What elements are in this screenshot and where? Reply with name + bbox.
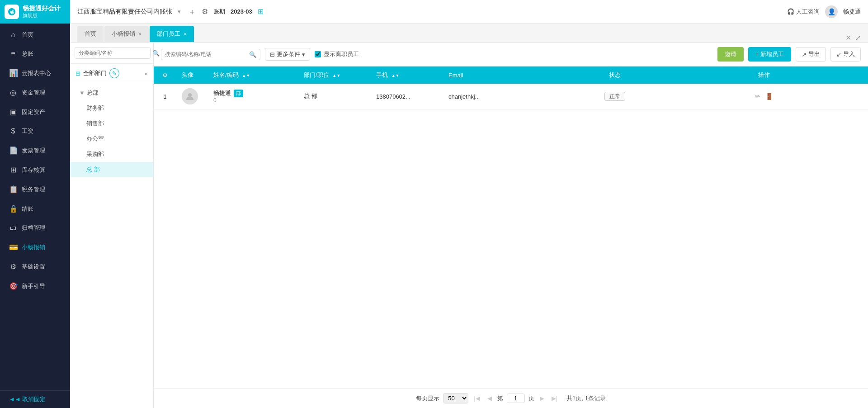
filter-label: 更多条件 — [277, 50, 300, 58]
sidebar-item-funds[interactable]: ◎ 资金管理 — [0, 83, 70, 102]
dept-sort-icon[interactable]: ▲▼ — [332, 73, 340, 78]
tax-icon: 📋 — [9, 185, 17, 194]
window-maximize-icon[interactable]: ⤢ — [855, 33, 861, 42]
company-dropdown-icon[interactable]: ▾ — [178, 8, 181, 15]
col-avatar: 头像 — [176, 66, 208, 84]
svg-point-2 — [188, 93, 192, 97]
close-module-icon: 🔒 — [9, 204, 17, 213]
add-employee-label: + 新增员工 — [755, 50, 784, 58]
employee-search-icon[interactable]: 🔍 — [249, 51, 256, 58]
invite-button[interactable]: 邀请 — [717, 47, 744, 62]
ledger-icon: ≡ — [9, 50, 17, 58]
page-number-input[interactable] — [507, 394, 525, 403]
sidebar-item-ledger[interactable]: ≡ 总账 — [0, 44, 70, 63]
sidebar-item-salary[interactable]: $ 工资 — [0, 122, 70, 141]
edit-employee-button[interactable]: ✏ — [755, 93, 760, 100]
dept-grid-icon: ⊞ — [75, 70, 80, 77]
salary-icon: $ — [9, 127, 17, 135]
customer-service-button[interactable]: 🎧 人工咨询 — [787, 8, 820, 16]
tabbar: 首页 小畅报销 × 部门员工 × ✕ ⤢ — [70, 24, 868, 43]
tab-xiaochang[interactable]: 小畅报销 × — [104, 26, 149, 42]
col-phone[interactable]: 手机 ▲▼ — [371, 66, 443, 84]
sidebar-nav: ⌂ 首页 ≡ 总账 📊 云报表中心 ◎ 资金管理 ▣ 固定资产 $ 工资 📄 发… — [0, 24, 70, 390]
sidebar-item-reports[interactable]: 📊 云报表中心 — [0, 63, 70, 83]
last-page-button[interactable]: ▶| — [550, 394, 559, 403]
sidebar-item-tax[interactable]: 📋 税务管理 — [0, 180, 70, 199]
main-area: 江西服宝精品有限责任公司内账张 ▾ ＋ ⚙ 账期 2023-03 ⊞ 🎧 人工咨… — [70, 0, 868, 408]
sidebar-label-invoice: 发票管理 — [22, 147, 45, 155]
show-resigned-checkbox[interactable]: 显示离职员工 — [315, 50, 359, 58]
row-dept-cell: 总 部 — [298, 84, 371, 109]
import-button[interactable]: ↙ 导入 — [830, 47, 861, 62]
all-dept-label: 全部部门 — [83, 69, 107, 77]
col-name[interactable]: 姓名/编码 ▲▼ — [208, 66, 298, 84]
period-value: 2023-03 — [231, 8, 252, 15]
next-page-button[interactable]: ▶ — [538, 394, 546, 403]
dept-tag: 部 — [234, 90, 243, 97]
tab-dept-close[interactable]: × — [183, 30, 187, 38]
col-settings-icon[interactable]: ⚙ — [154, 66, 176, 84]
more-filter-button[interactable]: ⊟ 更多条件 ▾ — [265, 48, 310, 61]
sidebar-item-assets[interactable]: ▣ 固定资产 — [0, 102, 70, 122]
dept-collapse-icon[interactable]: « — [145, 70, 148, 77]
sidebar-label-ledger: 总账 — [22, 50, 33, 58]
employee-code: 0 — [213, 97, 293, 104]
col-dept[interactable]: 部门/职位 ▲▼ — [298, 66, 371, 84]
sidebar-item-guide[interactable]: 🎯 新手引导 — [0, 276, 70, 296]
tab-dept[interactable]: 部门员工 × — [150, 26, 194, 42]
calendar-icon[interactable]: ⊞ — [258, 7, 264, 16]
prev-page-button[interactable]: ◀ — [486, 394, 494, 403]
first-page-button[interactable]: |◀ — [472, 394, 481, 403]
guide-icon: 🎯 — [9, 282, 17, 290]
all-dept-item[interactable]: ⊞ 全部部门 ✎ « — [70, 64, 153, 83]
sidebar-label-funds: 资金管理 — [22, 89, 45, 97]
sidebar-label-assets: 固定资产 — [22, 108, 45, 116]
sidebar-unpin-button[interactable]: ◄◄ 取消固定 — [0, 390, 70, 408]
tab-home[interactable]: 首页 — [77, 26, 104, 42]
dept-tree-caiwu[interactable]: 财务部 — [70, 100, 153, 116]
sidebar-label-xiaochang: 小畅报销 — [22, 243, 45, 251]
sidebar-item-archive[interactable]: 🗂 归档管理 — [0, 218, 70, 237]
add-tab-button[interactable]: ＋ — [188, 6, 196, 17]
sidebar-item-inventory[interactable]: ⊞ 库存核算 — [0, 160, 70, 180]
sidebar-label-archive: 归档管理 — [22, 224, 45, 232]
dept-panel: 🔍 ⊞ 全部部门 ✎ « ▼ 总部 财务部 销售部 办公室 采购部 总 部 — [70, 43, 154, 408]
export-button[interactable]: ↗ 导出 — [796, 47, 826, 62]
dept-tree-xiaoshou[interactable]: 销售部 — [70, 116, 153, 131]
settings-gear-icon[interactable]: ⚙ — [202, 7, 208, 16]
sidebar-item-home[interactable]: ⌂ 首页 — [0, 25, 70, 44]
logo-text: 畅捷通好会计 — [23, 5, 61, 12]
sidebar-item-invoice[interactable]: 📄 发票管理 — [0, 141, 70, 160]
dept-tree-bangongshi[interactable]: 办公室 — [70, 131, 153, 147]
sidebar-item-settings[interactable]: ⚙ 基础设置 — [0, 257, 70, 276]
sidebar-label-settings: 基础设置 — [22, 263, 45, 271]
employee-avatar — [182, 88, 198, 104]
inventory-icon: ⊞ — [9, 166, 17, 174]
sidebar-item-close[interactable]: 🔒 结账 — [0, 199, 70, 218]
tab-dept-label: 部门员工 — [157, 30, 180, 38]
logout-employee-button[interactable]: 🚪 — [765, 93, 773, 100]
dept-search-input[interactable] — [75, 47, 151, 59]
dept-tree-caigou[interactable]: 采购部 — [70, 147, 153, 162]
sidebar-label-reports: 云报表中心 — [22, 69, 51, 77]
sidebar-item-xiaochang[interactable]: 💳 小畅报销 — [0, 237, 70, 257]
row-status-cell: 正常 — [570, 84, 660, 109]
tab-xiaochang-close[interactable]: × — [138, 30, 142, 38]
add-employee-button[interactable]: + 新增员工 — [748, 47, 791, 62]
window-close-icon[interactable]: ✕ — [845, 33, 851, 42]
per-page-select[interactable]: 50 10 20 100 — [443, 393, 468, 403]
sidebar-label-close: 结账 — [22, 205, 33, 213]
service-label: 人工咨询 — [796, 8, 820, 16]
settings-icon: ⚙ — [9, 262, 17, 271]
dept-tree-root[interactable]: ▼ 总部 — [70, 85, 153, 100]
row-action-cell: ✏ 🚪 — [660, 84, 868, 109]
employee-search-input[interactable] — [165, 51, 249, 57]
phone-sort-icon[interactable]: ▲▼ — [392, 73, 400, 78]
dept-tree-zongbu[interactable]: 总 部 — [70, 162, 153, 177]
row-phone-cell: 138070602... — [371, 84, 443, 109]
name-sort-icon[interactable]: ▲▼ — [242, 73, 250, 78]
col-action: 操作 — [660, 66, 868, 84]
dept-edit-button[interactable]: ✎ — [109, 68, 119, 78]
sidebar-label-salary: 工资 — [22, 127, 33, 135]
show-resigned-input[interactable] — [315, 51, 321, 57]
